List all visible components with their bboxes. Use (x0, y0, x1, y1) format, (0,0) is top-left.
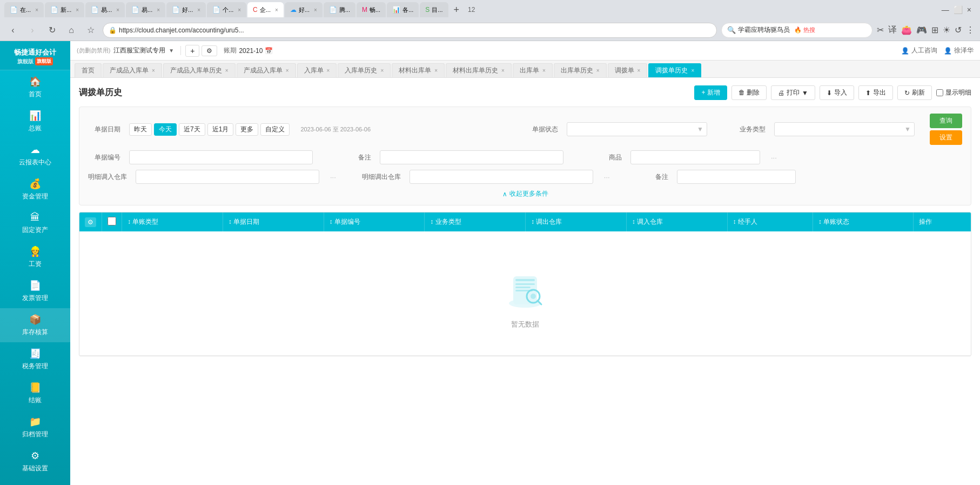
back-button[interactable]: ‹ (5, 25, 21, 35)
sidebar-item-settings[interactable]: ⚙ 基础设置 (0, 444, 70, 479)
sort-in-warehouse[interactable]: ↕ 调入仓库 (632, 217, 722, 227)
calendar-icon[interactable]: 📅 (265, 47, 273, 55)
sidebar-item-finance[interactable]: 💰 资金管理 (0, 172, 70, 207)
print-button[interactable]: 🖨 打印 ▼ (771, 85, 815, 100)
tab-transfer[interactable]: 调拨单 × (608, 63, 648, 77)
home-button[interactable]: ⌂ (64, 25, 79, 35)
browser-tab-active[interactable]: C 企... × (247, 2, 284, 17)
tab-close-product-in-history[interactable]: × (225, 68, 229, 74)
display-toggle[interactable]: 显示明细 (936, 88, 971, 97)
th-type[interactable]: ↕ 单账类型 (122, 212, 223, 231)
sort-status[interactable]: ↕ 单账状态 (818, 217, 908, 227)
tab-out-history[interactable]: 出库单历史 × (554, 63, 607, 77)
display-checkbox[interactable] (936, 89, 943, 96)
translate-icon[interactable]: 译 (888, 24, 897, 36)
game-icon[interactable]: 🎮 (916, 25, 927, 35)
new-tab-button[interactable]: + (451, 4, 463, 16)
th-status[interactable]: ↕ 单账状态 (813, 212, 914, 231)
tab-transfer-history[interactable]: 调拨单历史 × (648, 63, 701, 77)
browser-tab-11[interactable]: S 目... (420, 2, 448, 17)
chip-today[interactable]: 今天 (154, 123, 177, 136)
remark-input[interactable] (380, 150, 563, 164)
maximize-button[interactable]: ⬜ (954, 5, 963, 14)
tab-close-in-history[interactable]: × (380, 68, 384, 74)
user-info[interactable]: 👤 徐泽华 (944, 46, 974, 55)
consultant-link[interactable]: 👤 人工咨询 (901, 46, 937, 55)
tab-close-transfer[interactable]: × (637, 68, 641, 74)
delete-button[interactable]: 🗑 删除 (731, 85, 767, 100)
tab-close-product-in2[interactable]: × (286, 68, 289, 74)
tab-out[interactable]: 出库单 × (513, 63, 553, 77)
browser-tab-10[interactable]: 📊 各... (387, 2, 419, 17)
remark2-input[interactable] (677, 170, 796, 184)
detail-out-dots[interactable]: ··· (604, 173, 610, 181)
browser-tab-0[interactable]: 📄 在... × (4, 2, 44, 17)
tab-close-in[interactable]: × (327, 68, 330, 74)
browser-tab-4[interactable]: 📄 好... × (166, 2, 206, 17)
tab-in[interactable]: 入库单 × (297, 63, 337, 77)
chip-1month[interactable]: 近1月 (207, 123, 234, 136)
tab-close-0[interactable]: × (35, 7, 38, 13)
browser-tab-3[interactable]: 📄 易... × (126, 2, 165, 17)
browser-tab-1[interactable]: 📄 新... × (45, 2, 84, 17)
detail-out-input[interactable] (410, 170, 593, 184)
sort-docno[interactable]: ↕ 单据编号 (330, 217, 419, 227)
add-company-button[interactable]: + (185, 45, 199, 57)
tab-close-product-in[interactable]: × (152, 68, 155, 74)
sort-handler[interactable]: ↕ 经手人 (733, 217, 807, 227)
sort-biztype[interactable]: ↕ 业务类型 (430, 217, 520, 227)
collapse-button[interactable]: ∧ 收起更多条件 (88, 189, 962, 198)
docno-input[interactable] (129, 150, 313, 164)
th-handler[interactable]: ↕ 经手人 (727, 212, 813, 231)
tab-close-transfer-history[interactable]: × (691, 68, 694, 74)
th-gear[interactable]: ⚙ (79, 212, 102, 231)
tab-product-in[interactable]: 产成品入库单 × (103, 63, 162, 77)
bookmark-button[interactable]: ☆ (83, 25, 98, 35)
tab-in-history[interactable]: 入库单历史 × (338, 63, 391, 77)
tab-material-out[interactable]: 材料出库单 × (392, 63, 445, 77)
gear-icon[interactable]: ⚙ (85, 217, 96, 227)
th-out-warehouse[interactable]: ↕ 调出仓库 (526, 212, 627, 231)
import-button[interactable]: ⬇ 导入 (820, 85, 854, 100)
chip-7days[interactable]: 近7天 (179, 123, 205, 136)
period-value[interactable]: 2021-10 (239, 47, 263, 55)
sort-date[interactable]: ↕ 单据日期 (229, 217, 318, 227)
sidebar-item-archive[interactable]: 📁 归档管理 (0, 410, 70, 444)
browser-tab-8[interactable]: 📄 腾... (324, 2, 355, 17)
sidebar-item-home[interactable]: 🏠 首页 (0, 70, 70, 104)
close-button[interactable]: × (967, 5, 971, 14)
wallet-icon[interactable]: 👛 (901, 25, 912, 35)
tab-close-out[interactable]: × (542, 68, 546, 74)
print-dropdown-icon[interactable]: ▼ (802, 89, 808, 97)
forward-button[interactable]: › (25, 25, 40, 35)
reload-button[interactable]: ↻ (44, 25, 59, 35)
settings-button[interactable]: 设置 (930, 130, 962, 145)
sidebar-item-tax[interactable]: 🧾 税务管理 (0, 342, 70, 376)
chip-more[interactable]: 更多 (236, 123, 258, 136)
status-select[interactable]: ▼ (567, 122, 707, 136)
th-biztype[interactable]: ↕ 业务类型 (425, 212, 526, 231)
th-date[interactable]: ↕ 单据日期 (223, 212, 324, 231)
company-settings-button[interactable]: ⚙ (202, 45, 217, 56)
browser-tab-5[interactable]: 📄 个... × (207, 2, 246, 17)
chip-custom[interactable]: 自定义 (260, 123, 290, 136)
sidebar-item-assets[interactable]: 🏛 固定资产 (0, 207, 70, 240)
tab-home[interactable]: 首页 (75, 63, 102, 77)
th-docno[interactable]: ↕ 单据编号 (324, 212, 425, 231)
sun-icon[interactable]: ☀ (943, 25, 950, 35)
sidebar-item-salary[interactable]: 👷 工资 (0, 240, 70, 274)
scissors-icon[interactable]: ✂ (877, 25, 884, 35)
chip-yesterday[interactable]: 昨天 (129, 123, 152, 136)
browser-tab-9[interactable]: M 畅... (357, 2, 386, 17)
tab-product-in-history[interactable]: 产成品入库单历史 × (163, 63, 236, 77)
sidebar-item-guide[interactable]: 📖 新手引导 (0, 479, 70, 485)
th-checkbox[interactable] (102, 212, 122, 231)
company-dropdown-icon[interactable]: ▼ (169, 48, 174, 54)
tab-close-out-history[interactable]: × (596, 68, 600, 74)
address-bar[interactable]: 🔒 https://cloud.chanjet.com/accounting/u… (103, 23, 717, 38)
sidebar-item-ledger[interactable]: 📊 总账 (0, 104, 70, 138)
tab-close-material-out[interactable]: × (434, 68, 438, 74)
grid-icon[interactable]: ⊞ (931, 25, 938, 35)
select-all-checkbox[interactable] (108, 217, 116, 225)
browser-tab-7[interactable]: ☁ 好... × (285, 2, 323, 17)
